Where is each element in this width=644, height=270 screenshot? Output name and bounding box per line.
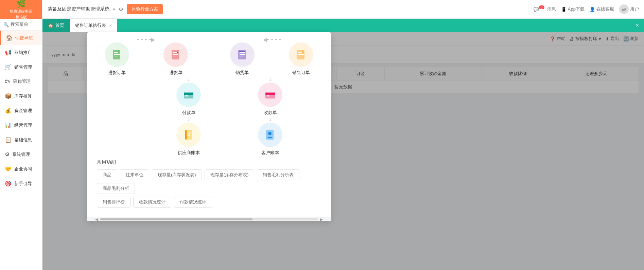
content-area: ❓ 帮助 🖨 按模板打印 ▾ ⬆ 导出 🔄 刷新 📅 [42,32,644,270]
tab-close-icon[interactable]: × [109,23,112,28]
home-icon: 🏠 [48,23,53,28]
message-label: 消息 [547,6,556,12]
sidebar-item-sales[interactable]: 🛒 销售管理 [0,60,42,74]
tab-sales-order-exec[interactable]: 销售订单执行表 × [70,19,117,32]
sidebar-item-label: 库存核算 [14,93,32,99]
close-all-icon[interactable]: × [636,22,639,28]
online-service-label: 在线客服 [596,6,614,12]
common-functions-title: 常用功能 [97,159,321,165]
search-label: 搜索菜单 [11,21,28,28]
system-icon: ⚙ [5,151,10,158]
sidebar-item-purchase[interactable]: 🛍 采购管理 [0,74,42,89]
func-buttons-row1: 商品 往来单位 现存量(库存状况表) 现存量(库存分布表) 销售毛利分析表 商品… [97,169,321,194]
sidebar-item-system[interactable]: ⚙ 系统管理 [0,147,42,162]
supplier-ledger-circle[interactable] [176,123,201,147]
customer-ledger-circle[interactable] [258,123,282,147]
sidebar-item-label: 新手引导 [14,181,32,187]
svg-rect-20 [184,92,193,98]
message-badge: 5 [539,5,544,9]
sales-bill-circle[interactable] [230,42,255,67]
user-name-label: 用户 [630,6,639,12]
sidebar-item-inventory[interactable]: 📦 库存核算 [0,89,42,103]
experience-btn[interactable]: 体验行业方案 [127,4,163,14]
svg-rect-14 [239,51,245,52]
svg-rect-23 [265,92,275,98]
scroll-right-arrow[interactable]: ▶ [318,217,325,221]
receipt-circle[interactable] [258,83,282,107]
message-icon: 💬 [534,7,539,12]
sidebar-item-enterprise[interactable]: 🤝 企业协同 [0,162,42,176]
down-arrow-purchase: ↓ [187,76,190,83]
modal-inner: 进货订单 ▶ [87,32,331,217]
flow-node-sales-order[interactable]: 销售订单 [281,42,321,76]
capital-icon: 💰 [5,107,12,114]
func-buttons-row2: 销售排行榜 收款情况统计 付款情况统计 [97,197,321,208]
header: 装备及固定资产辅助管理系统 ▾ ⚙ 体验行业方案 💬 5 消息 📱 App下载 … [42,0,644,19]
purchase-bill-label: 进货单 [169,70,182,76]
sidebar-item-label: 资金管理 [14,108,32,114]
enterprise-icon: 🤝 [5,166,12,172]
sidebar-item-quick-nav[interactable]: 🏠 快捷导航 [0,31,42,45]
sidebar-item-label: 基础信息 [14,137,32,143]
sidebar-item-label: 系统管理 [12,151,30,158]
modal-overlay[interactable]: 进货订单 ▶ [42,32,644,270]
func-btn-stock-status[interactable]: 现存量(库存状况表) [152,169,202,180]
svg-rect-27 [185,130,187,140]
flow-node-payment[interactable]: 付款单 [168,83,209,116]
basic-info-icon: 📋 [5,137,12,143]
sidebar-search[interactable]: 🔍 搜索菜单 [0,19,42,31]
sales-order-circle[interactable] [289,42,313,67]
tab-home[interactable]: 🏠 首页 [42,19,70,32]
purchase-order-label: 进货订单 [108,70,126,76]
modal-scrollbar: ◀ ▶ [87,217,331,221]
flow-node-purchase-order[interactable]: 进货订单 [97,42,137,76]
sales-bill-label: 销货单 [236,70,249,76]
func-btn-product-profit[interactable]: 商品毛利分析 [97,183,135,194]
payment-label: 付款单 [182,110,195,116]
func-btn-product[interactable]: 商品 [97,169,117,180]
sales-order-label: 销售订单 [292,70,310,76]
scrollbar-track[interactable] [100,218,318,220]
scroll-left-arrow[interactable]: ◀ [93,217,100,221]
svg-rect-25 [267,95,269,96]
sidebar-item-marketing[interactable]: 📢 营销推广 [0,45,42,60]
down-arrow-sales: ↓ [269,76,272,83]
func-btn-receipt-stat[interactable]: 收款情况统计 [133,197,171,208]
flow-node-supplier-ledger[interactable]: 供应商账本 [168,123,209,156]
flow-node-purchase-bill[interactable]: 进货单 [156,42,195,76]
quick-guide-modal: 进货订单 ▶ [87,32,331,221]
app-name: 畅康通好生意 [10,9,32,14]
func-btn-sales-profit[interactable]: 销售毛利分析表 [257,169,299,180]
flow-node-receipt[interactable]: 收款单 [250,83,291,116]
purchase-bill-circle[interactable] [163,42,188,67]
avatar: Ea [619,4,629,14]
sidebar-item-operations[interactable]: 📊 经营管理 [0,118,42,132]
sidebar-item-label: 快捷导航 [15,35,33,41]
dropdown-icon[interactable]: ▾ [113,7,115,12]
gear-icon[interactable]: ⚙ [119,6,123,13]
online-service-item[interactable]: 👤 在线客服 [590,6,614,12]
flow-top-row: 进货订单 ▶ [97,42,321,76]
user-item[interactable]: Ea 用户 [619,4,639,14]
purchase-order-circle[interactable] [105,42,129,67]
func-btn-sales-rank[interactable]: 销售排行榜 [97,197,130,208]
payment-circle[interactable] [176,83,201,107]
header-title: 装备及固定资产辅助管理系统 [48,6,109,12]
svg-rect-21 [184,93,193,95]
func-btn-partner[interactable]: 往来单位 [120,169,149,180]
func-btn-stock-dist[interactable]: 现存量(库存分布表) [205,169,255,180]
sidebar-item-basic-info[interactable]: 📋 基础信息 [0,132,42,147]
func-btn-payment-stat[interactable]: 付款情况统计 [174,197,212,208]
flow-node-sales-bill[interactable]: 销货单 [222,42,262,76]
sidebar-item-guide[interactable]: 🎯 新手引导 [0,176,42,191]
logo-icon: 🌿 [17,0,26,8]
tab-home-label: 首页 [55,22,64,29]
sidebar-item-capital[interactable]: 💰 资金管理 [0,103,42,118]
sales-icon: 🛒 [5,64,12,70]
flow-node-customer-ledger[interactable]: 客户账本 [250,123,291,156]
app-download-item[interactable]: 📱 App下载 [561,6,585,12]
message-item[interactable]: 💬 5 消息 [534,6,556,12]
sidebar: 🌿 畅康通好生意 标准版 🔍 搜索菜单 🏠 快捷导航 📢 营销推广 🛒 销售管理… [0,0,42,270]
sidebar-item-label: 营销推广 [14,50,32,56]
sidebar-nav: 🏠 快捷导航 📢 营销推广 🛒 销售管理 🛍 采购管理 📦 库存核算 💰 资金管… [0,31,42,270]
